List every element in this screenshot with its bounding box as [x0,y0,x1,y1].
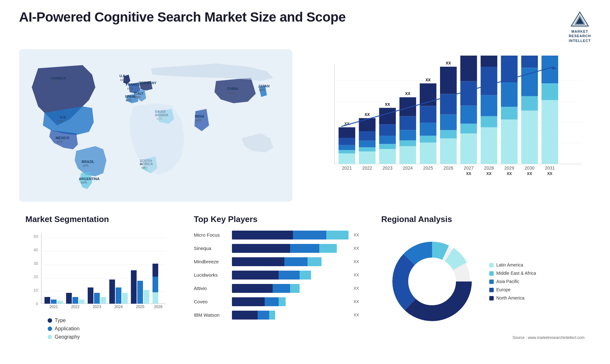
legend-latin-america: Latin America [489,262,536,267]
svg-rect-65 [460,133,477,164]
svg-text:xx%: xx% [125,98,132,102]
svg-text:0: 0 [36,301,38,306]
svg-rect-84 [521,56,538,68]
svg-text:XX: XX [405,91,410,96]
source-text: Source : www.marketresearchintellect.com [381,335,585,340]
svg-rect-51 [399,97,416,116]
svg-rect-55 [420,123,437,136]
map-container: CANADA xx% U.S. xx% MEXICO xx% BRAZIL xx… [19,49,292,202]
svg-text:2023: 2023 [93,305,101,309]
player-bar-wrap [232,257,349,266]
svg-rect-66 [460,124,477,133]
svg-rect-81 [521,111,538,164]
svg-text:XX: XX [466,56,471,58]
player-row: Coveo XX [194,297,359,306]
svg-text:2024: 2024 [114,305,123,309]
svg-rect-130 [72,297,78,304]
svg-rect-79 [501,82,518,107]
svg-text:50: 50 [34,234,38,239]
svg-text:2027: 2027 [464,165,474,171]
svg-text:2031: 2031 [545,165,555,171]
page-title: AI-Powered Cognitive Search Market Size … [19,10,346,25]
spain-label: SPAIN [125,95,135,98]
svg-text:40: 40 [34,247,38,252]
player-name: Mindbreeze [194,259,229,264]
donut-wrap: Latin America Middle East & Africa Asia … [381,231,585,332]
svg-text:10: 10 [34,288,38,293]
svg-rect-135 [100,297,106,304]
player-name: Coveo [194,299,229,304]
argentina-label: ARGENTINA [79,177,99,181]
svg-rect-36 [359,147,376,152]
svg-rect-138 [116,287,121,304]
svg-rect-82 [521,96,538,111]
svg-rect-54 [420,136,437,143]
svg-text:xx%: xx% [83,164,89,167]
svg-rect-149 [152,292,158,304]
svg-rect-142 [137,281,143,304]
svg-text:20: 20 [34,274,38,279]
svg-rect-49 [399,130,416,140]
player-name: Micro Focus [194,232,229,238]
svg-text:xx%: xx% [53,81,59,84]
svg-text:XX: XX [486,56,492,58]
us-label: U.S. [60,115,66,119]
svg-text:2029: 2029 [504,165,514,171]
svg-rect-32 [339,138,356,145]
svg-rect-69 [460,56,477,81]
france-label: FRANCE [126,83,140,86]
logo-text: MARKET RESEARCH INTELLECT [569,29,591,43]
svg-text:xx%: xx% [120,78,126,82]
donut-chart-svg [381,231,483,332]
svg-rect-77 [501,119,518,164]
svg-point-157 [408,258,456,305]
svg-text:xx%: xx% [57,140,63,144]
svg-rect-72 [481,116,498,127]
player-name: Attivio [194,286,229,291]
svg-text:2021: 2021 [50,305,58,309]
svg-rect-86 [541,83,558,100]
svg-rect-68 [460,81,477,105]
legend-europe: Europe [489,287,536,292]
svg-rect-143 [144,290,149,304]
svg-rect-71 [481,127,498,164]
player-bar-wrap [232,297,349,306]
asia-pacific-color [489,280,494,284]
svg-text:XX: XX [527,172,532,176]
player-bar-wrap [232,231,349,239]
player-xx: XX [354,284,359,293]
japan-label: JAPAN [258,84,270,88]
legend-north-america: North America [489,295,536,300]
svg-rect-44 [379,124,396,136]
mexico-label: MEXICO [56,136,70,140]
svg-text:2030: 2030 [525,165,534,171]
svg-rect-43 [379,136,396,144]
svg-text:2022: 2022 [71,305,80,309]
europe-color [489,288,494,292]
svg-rect-31 [339,145,356,150]
logo-area: MARKET RESEARCH INTELLECT [569,10,591,43]
svg-text:xx%: xx% [135,95,141,99]
player-bar-wrap [232,244,349,253]
player-row: Mindbreeze XX [194,257,359,266]
svg-text:2024: 2024 [403,165,413,171]
player-name: IBM Watson [194,312,229,318]
middle-east-color [489,271,494,276]
svg-rect-62 [440,94,457,115]
svg-rect-139 [122,293,128,304]
brazil-label: BRAZIL [82,160,95,164]
svg-rect-127 [57,301,63,304]
svg-rect-29 [339,153,356,164]
svg-rect-50 [399,116,416,130]
svg-text:30: 30 [34,261,38,266]
player-xx: XX [354,231,359,239]
svg-rect-129 [66,293,72,304]
key-players-panel: Top Key Players Micro Focus XX Sinequa [187,211,365,364]
legend-middle-east: Middle East & Africa [489,271,536,276]
svg-text:2022: 2022 [362,165,372,171]
svg-rect-33 [339,127,356,138]
svg-text:XX: XX [425,78,431,82]
italy-label: ITALY [134,91,144,95]
player-xx: XX [354,244,359,253]
svg-rect-78 [501,107,518,119]
